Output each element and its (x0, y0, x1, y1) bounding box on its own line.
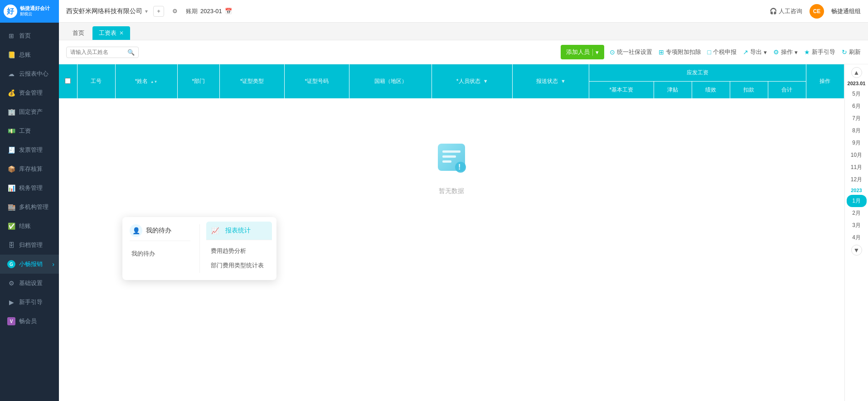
empty-text: 暂无数据 (439, 187, 464, 195)
th-checkbox[interactable] (59, 64, 77, 98)
sidebar-item-guide[interactable]: ▶ 新手引导 (0, 293, 59, 312)
sidebar-item-basic[interactable]: ⚙ 基础设置 (0, 274, 59, 293)
th-id-number: *证型号码 (285, 64, 349, 98)
svg-rect-2 (442, 155, 456, 158)
sidebar-item-assets-label: 固定资产 (19, 108, 43, 116)
timeline-month-5[interactable]: 5月 (847, 88, 867, 100)
timeline-month-1[interactable]: 1月 (847, 195, 867, 207)
export-action[interactable]: ↗ 导出 ▾ (743, 48, 767, 56)
tax-deduct-action[interactable]: ⊞ 专项附加扣除 (659, 48, 701, 56)
social-insurance-action[interactable]: ⊙ 统一社保设置 (610, 48, 652, 56)
th-employee-id: 工号 (77, 64, 115, 98)
th-report-status[interactable]: 报送状态 ▼ (513, 64, 589, 98)
fund-icon: 💰 (7, 89, 15, 97)
cloud-report-icon: ☁ (7, 70, 15, 77)
guide-action[interactable]: ★ 新手引导 (804, 48, 835, 56)
refresh-action[interactable]: ↻ 刷新 (842, 48, 861, 56)
timeline-month-2[interactable]: 2月 (847, 207, 867, 219)
operation-dropdown-icon: ▾ (795, 49, 798, 56)
logo-sub: 财税云 (20, 11, 50, 17)
tab-home-label: 首页 (73, 29, 84, 37)
timeline-month-12[interactable]: 12月 (847, 174, 867, 186)
tab-salary[interactable]: 工资表 ✕ (92, 26, 130, 40)
sidebar-item-cloud-report-label: 云报表中心 (19, 70, 48, 78)
timeline-current-year: 2023 (851, 186, 862, 195)
company-selector[interactable]: 西安虾米网络科技有限公司 ▾ (66, 7, 148, 15)
popup-col-reports-header: 📈 报表统计 (206, 222, 272, 240)
sidebar-item-cloud-report[interactable]: ☁ 云报表中心 (0, 64, 59, 83)
select-all-checkbox[interactable] (65, 78, 71, 84)
operation-action[interactable]: ⚙ 操作 ▾ (773, 48, 798, 56)
add-person-button[interactable]: 添加人员 ▾ (561, 45, 604, 59)
sidebar-item-archive[interactable]: 🗄 归档管理 (0, 236, 59, 255)
timeline-month-6[interactable]: 6月 (847, 100, 867, 112)
sidebar-item-fund[interactable]: 💰 资金管理 (0, 83, 59, 102)
table-header-row1: 工号 *姓名 ▲▼ *部门 *证型类型 (59, 64, 844, 82)
th-allowance: 津贴 (654, 82, 692, 99)
main-area: 西安虾米网络科技有限公司 ▾ + ⚙ 账期 2023-01 📅 🎧 人工咨询 C… (59, 0, 868, 401)
name-sort-icon[interactable]: ▲▼ (150, 80, 158, 84)
sidebar-item-invoice[interactable]: 🧾 发票管理 (0, 140, 59, 159)
sidebar-item-ledger[interactable]: 📒 总账 (0, 45, 59, 64)
th-base-salary: *基本工资 (589, 82, 654, 99)
timeline-month-4[interactable]: 4月 (847, 232, 867, 244)
export-icon: ↗ (743, 48, 748, 56)
toolbar-actions: ⊙ 统一社保设置 ⊞ 专项附加扣除 □ 个税申报 ↗ 导出 ▾ ⚙ (610, 48, 861, 56)
search-icon[interactable]: 🔍 (127, 49, 135, 56)
popup-item-cost-trend[interactable]: 费用趋势分析 (209, 244, 270, 258)
assets-icon: 🏢 (7, 108, 15, 116)
timeline-month-7[interactable]: 7月 (847, 112, 867, 125)
th-id-type: *证型类型 (220, 64, 285, 98)
sidebar-item-member[interactable]: V 畅会员 (0, 312, 59, 331)
th-total: 合计 (768, 82, 806, 99)
tab-home[interactable]: 首页 (66, 26, 91, 40)
timeline-prev-button[interactable]: ▲ (851, 67, 862, 78)
guide-icon: ▶ (7, 299, 15, 306)
sidebar-item-multi-org[interactable]: 🏬 多机构管理 (0, 198, 59, 217)
popup-pending-title: 我的待办 (146, 227, 171, 235)
tax-icon: 📊 (7, 184, 15, 192)
sidebar-item-multi-org-label: 多机构管理 (19, 203, 48, 211)
timeline-next-button[interactable]: ▼ (851, 245, 862, 256)
status-filter-icon[interactable]: ▼ (483, 78, 488, 84)
tax-report-action[interactable]: □ 个税申报 (708, 48, 737, 56)
salary-table: 工号 *姓名 ▲▼ *部门 *证型类型 (59, 64, 844, 232)
reports-icon: 📈 (209, 224, 222, 237)
tab-salary-close-icon[interactable]: ✕ (119, 30, 124, 36)
sidebar-item-inventory[interactable]: 📦 库存核算 (0, 159, 59, 179)
app-logo: 好 畅捷通好会计 财税云 (0, 0, 59, 23)
calendar-icon[interactable]: 📅 (225, 8, 232, 14)
header-add-button[interactable]: + (153, 6, 164, 17)
customer-service-button[interactable]: 🎧 人工咨询 (770, 7, 802, 15)
th-status[interactable]: *人员状态 ▼ (432, 64, 513, 98)
header-settings-button[interactable]: ⚙ (170, 6, 180, 17)
social-insurance-icon: ⊙ (610, 48, 615, 56)
timeline-month-9[interactable]: 9月 (847, 137, 867, 149)
sidebar-item-assets[interactable]: 🏢 固定资产 (0, 102, 59, 121)
timeline-year-label: 2023.01 (848, 79, 866, 88)
sidebar-item-xiaochang[interactable]: G 小畅报销 (0, 255, 59, 274)
sidebar-item-archive-label: 归档管理 (19, 241, 43, 249)
timeline-month-11[interactable]: 11月 (847, 161, 867, 174)
operation-label: 操作 (781, 48, 793, 56)
th-name[interactable]: *姓名 ▲▼ (115, 64, 177, 98)
timeline-month-10[interactable]: 10月 (847, 149, 867, 161)
basic-icon: ⚙ (7, 280, 15, 287)
popup-item-dept-cost[interactable]: 部门费用类型统计表 (209, 258, 270, 273)
timeline-month-3[interactable]: 3月 (847, 219, 867, 232)
sidebar-item-closing-label: 结账 (19, 222, 31, 230)
sidebar-item-closing[interactable]: ✅ 结账 (0, 217, 59, 236)
invoice-icon: 🧾 (7, 146, 15, 154)
popup-divider (199, 224, 200, 273)
settings-icon: ⚙ (172, 8, 178, 14)
timeline-month-8[interactable]: 8月 (847, 125, 867, 137)
sidebar-item-salary[interactable]: 💵 工资 (0, 121, 59, 140)
period-value: 2023-01 (200, 8, 222, 14)
report-filter-icon[interactable]: ▼ (561, 78, 566, 84)
popup-item-my-pending[interactable]: 我的待办 (130, 246, 190, 261)
sidebar-item-tax[interactable]: 📊 税务管理 (0, 179, 59, 198)
search-input[interactable] (70, 49, 125, 55)
sidebar-item-home[interactable]: ⊞ 首页 (0, 26, 59, 45)
add-person-dropdown-icon: ▾ (592, 49, 599, 56)
popup-cols: 👤 我的待办 我的待办 📈 报表统计 费用趋势分析 部门费用类型统计表 (130, 224, 269, 273)
